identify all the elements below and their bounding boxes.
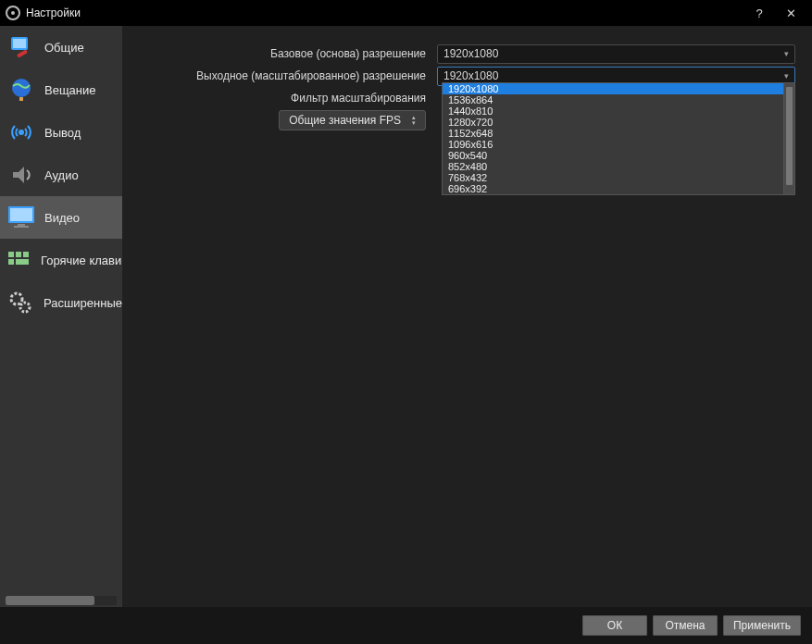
sidebar-item-label: Вывод — [44, 126, 81, 140]
keyboard-icon — [6, 244, 33, 276]
sidebar-item-label: Горячие клавиши — [41, 254, 122, 267]
cancel-button[interactable]: Отмена — [653, 615, 718, 636]
fps-values-button[interactable]: Общие значения FPS ▴▾ — [279, 110, 426, 130]
dropdown-option[interactable]: 1536x864 — [443, 94, 783, 105]
sidebar-scrollbar[interactable] — [6, 596, 117, 605]
dropdown-option[interactable]: 696x392 — [443, 183, 783, 194]
sidebar-item-audio[interactable]: Аудио — [0, 154, 122, 196]
output-resolution-dropdown: 1920x10801536x8641440x8101280x7201152x64… — [442, 82, 795, 195]
output-resolution-label: Выходное (масштабированное) разрешение — [122, 69, 437, 82]
chevron-down-icon: ▾ — [784, 49, 789, 58]
svg-rect-9 — [14, 226, 29, 228]
footer: ОК Отмена Применить — [0, 607, 812, 644]
help-button[interactable]: ? — [743, 2, 775, 24]
sidebar-item-output[interactable]: Вывод — [0, 111, 122, 154]
sidebar-item-advanced[interactable]: Расширенные — [0, 281, 122, 324]
stepper-icon: ▴▾ — [412, 115, 416, 126]
svg-rect-10 — [8, 252, 14, 257]
monitor-icon — [6, 202, 37, 233]
base-resolution-label: Базовое (основа) разрешение — [122, 47, 437, 60]
speaker-icon — [6, 159, 37, 191]
svg-rect-8 — [18, 224, 25, 226]
svg-rect-11 — [16, 252, 21, 257]
fps-button-label: Общие значения FPS — [289, 114, 401, 127]
apply-button[interactable]: Применить — [723, 615, 801, 636]
dropdown-option[interactable]: 960x540 — [443, 150, 783, 161]
sidebar-item-stream[interactable]: Вещание — [0, 68, 122, 111]
svg-rect-4 — [19, 97, 23, 101]
gears-icon — [6, 287, 36, 318]
base-resolution-value: 1920x1080 — [443, 47, 498, 60]
window-title: Настройки — [26, 6, 743, 19]
sidebar-item-label: Общие — [44, 41, 84, 55]
content-pane: Базовое (основа) разрешение 1920x1080 ▾ … — [122, 26, 812, 607]
sidebar: Общие Вещание Вывод Аудио — [0, 26, 122, 607]
dropdown-scrollbar[interactable] — [783, 83, 794, 194]
dropdown-option[interactable]: 1152x648 — [443, 128, 783, 139]
base-resolution-combo[interactable]: 1920x1080 ▾ — [437, 44, 795, 64]
ok-button[interactable]: ОК — [582, 615, 647, 636]
svg-point-5 — [19, 130, 24, 135]
sidebar-item-hotkeys[interactable]: Горячие клавиши — [0, 239, 122, 281]
svg-rect-2 — [17, 49, 28, 57]
chevron-down-icon: ▾ — [784, 71, 789, 80]
sidebar-item-label: Аудио — [44, 168, 79, 182]
sidebar-item-general[interactable]: Общие — [0, 26, 122, 68]
svg-rect-7 — [10, 208, 32, 221]
dropdown-option[interactable]: 1096x616 — [443, 139, 783, 150]
output-resolution-value: 1920x1080 — [443, 69, 498, 82]
svg-rect-12 — [23, 252, 29, 257]
sidebar-item-video[interactable]: Видео — [0, 196, 122, 239]
dropdown-option[interactable]: 1440x810 — [443, 105, 783, 117]
sidebar-item-label: Видео — [44, 211, 80, 225]
app-icon — [6, 6, 20, 20]
svg-rect-14 — [16, 259, 29, 265]
svg-rect-1 — [13, 39, 26, 48]
globe-icon — [6, 74, 37, 105]
sidebar-item-label: Вещание — [44, 83, 96, 97]
dropdown-option[interactable]: 1920x1080 — [443, 83, 783, 94]
dropdown-option[interactable]: 1280x720 — [443, 117, 783, 128]
titlebar: Настройки ? ✕ — [0, 0, 812, 26]
broadcast-icon — [6, 117, 37, 148]
scaling-filter-label: Фильтр масштабирования — [122, 92, 437, 105]
svg-point-15 — [11, 293, 22, 304]
dropdown-option[interactable]: 852x480 — [443, 161, 783, 172]
svg-rect-13 — [8, 259, 14, 265]
close-button[interactable]: ✕ — [775, 2, 806, 24]
dropdown-option[interactable]: 768x432 — [443, 172, 783, 183]
sidebar-item-label: Расширенные — [44, 296, 122, 310]
wrench-icon — [6, 31, 37, 63]
svg-point-16 — [20, 303, 30, 312]
